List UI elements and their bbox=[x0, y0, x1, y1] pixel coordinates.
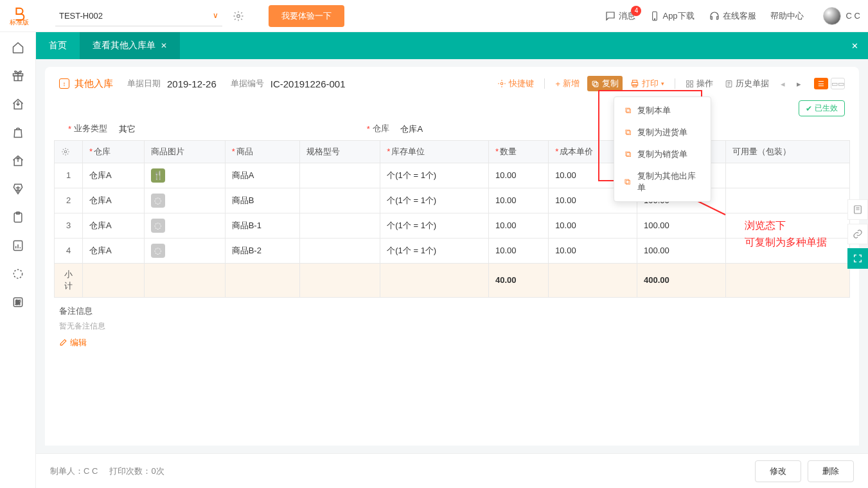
tool-link-icon[interactable] bbox=[847, 224, 868, 244]
user-menu[interactable]: C C bbox=[823, 7, 860, 25]
copy-dropdown: ⧉复制本单 ⧉复制为进货单 ⧉复制为销货单 ⧉复制为其他出库单 bbox=[614, 96, 711, 202]
tab-view-other-inbound[interactable]: 查看其他入库单 ✕ bbox=[80, 32, 180, 59]
home-icon[interactable] bbox=[12, 41, 24, 54]
dd-copy-sales[interactable]: ⧉复制为销货单 bbox=[614, 143, 711, 165]
history-button[interactable]: 历史单据 bbox=[721, 76, 773, 91]
org-name: TEST-H002 bbox=[59, 11, 103, 21]
gear-small-icon bbox=[497, 79, 506, 88]
close-tab-icon[interactable]: ✕ bbox=[161, 41, 167, 50]
dd-copy-other-out[interactable]: ⧉复制为其他出库单 bbox=[614, 165, 711, 199]
download-link[interactable]: App下载 bbox=[650, 10, 694, 22]
messages-badge: 4 bbox=[631, 6, 641, 16]
svg-point-22 bbox=[64, 150, 67, 153]
col-product: *商品 bbox=[225, 140, 299, 163]
grid-icon bbox=[686, 80, 694, 88]
svg-point-0 bbox=[237, 14, 240, 17]
table-row[interactable]: 4 仓库A ◌ 商品B-2 个(1个 = 1个) 10.00 10.00 100… bbox=[55, 238, 850, 263]
doc-icon: ⧉ bbox=[623, 128, 632, 137]
annotation-text: 浏览态下 可复制为多种单据 bbox=[745, 217, 827, 250]
phone-icon bbox=[650, 11, 660, 21]
headset-icon bbox=[709, 10, 720, 22]
add-button[interactable]: + 新增 bbox=[551, 76, 583, 91]
items-table: *仓库 商品图片 *商品 规格型号 *库存单位 *数量 *成本单价 *成本金额 … bbox=[54, 140, 850, 298]
tool-fullscreen-icon[interactable] bbox=[847, 248, 868, 269]
dd-copy-this[interactable]: ⧉复制本单 bbox=[614, 100, 711, 122]
gift-icon[interactable] bbox=[12, 69, 24, 82]
col-avail: 可用量（包装） bbox=[725, 140, 849, 163]
gear-column-icon[interactable] bbox=[55, 140, 83, 163]
print-count-label: 打印次数： bbox=[109, 465, 151, 477]
cycle-icon[interactable] bbox=[12, 267, 24, 280]
edit-icon bbox=[59, 338, 67, 347]
next-button[interactable]: ▸ bbox=[793, 77, 805, 91]
svg-text:新: 新 bbox=[15, 300, 21, 305]
money-icon[interactable] bbox=[12, 183, 24, 195]
history-icon bbox=[725, 80, 733, 88]
outbound-icon[interactable] bbox=[12, 154, 24, 167]
bag-icon[interactable] bbox=[12, 126, 24, 139]
close-panel-icon[interactable]: ✕ bbox=[841, 32, 868, 59]
svg-rect-17 bbox=[687, 80, 689, 83]
report-icon[interactable] bbox=[12, 239, 24, 252]
edit-remarks-button[interactable]: 编辑 bbox=[59, 337, 87, 348]
product-thumb: ◌ bbox=[151, 244, 165, 258]
svg-rect-18 bbox=[691, 80, 693, 83]
print-count: 0次 bbox=[151, 465, 164, 477]
print-icon bbox=[630, 79, 639, 88]
try-button[interactable]: 我要体验一下 bbox=[269, 5, 344, 27]
doc-date: 单据日期 2019-12-26 bbox=[127, 78, 217, 89]
service-link[interactable]: 在线客服 bbox=[709, 10, 756, 22]
shortcut-link[interactable]: 快捷键 bbox=[493, 76, 538, 91]
table-row[interactable]: 1 仓库A 🍴 商品A 个(1个 = 1个) 10.00 10.00 100.0… bbox=[55, 163, 850, 188]
clipboard-icon[interactable] bbox=[12, 211, 24, 224]
svg-rect-19 bbox=[687, 84, 689, 87]
plus-icon: + bbox=[555, 79, 560, 89]
svg-rect-20 bbox=[691, 84, 693, 87]
svg-point-11 bbox=[501, 82, 504, 85]
subtotal-row: 小计 40.00 400.00 bbox=[55, 263, 850, 297]
chat-icon bbox=[605, 10, 616, 22]
product-thumb: 🍴 bbox=[151, 168, 165, 183]
table-row[interactable]: 2 仓库A ◌ 商品B 个(1个 = 1个) 10.00 10.00 100.0… bbox=[55, 188, 850, 213]
doc-icon: ⧉ bbox=[623, 177, 632, 186]
product-thumb: ◌ bbox=[151, 219, 165, 233]
copy-icon bbox=[591, 80, 599, 88]
new-icon[interactable]: 新 bbox=[12, 296, 24, 309]
col-qty: *数量 bbox=[488, 140, 548, 163]
svg-rect-13 bbox=[592, 81, 597, 86]
tab-home[interactable]: 首页 bbox=[36, 32, 80, 59]
warehouse-field: *仓库 仓库A bbox=[367, 123, 423, 135]
product-thumb: ◌ bbox=[151, 194, 165, 208]
remarks-empty: 暂无备注信息 bbox=[59, 321, 845, 332]
org-selector[interactable]: TEST-H002 ∨ bbox=[55, 6, 222, 26]
inbound-icon[interactable] bbox=[12, 98, 24, 111]
svg-point-8 bbox=[13, 269, 22, 278]
maker-label: 制单人： bbox=[50, 465, 84, 477]
print-button[interactable]: 打印 ▾ bbox=[626, 76, 668, 91]
maker-name: C C bbox=[84, 466, 98, 476]
help-link[interactable]: 帮助中心 bbox=[770, 10, 804, 22]
col-image: 商品图片 bbox=[144, 140, 225, 163]
copy-button[interactable]: 复制 bbox=[587, 76, 623, 91]
dd-copy-purchase[interactable]: ⧉复制为进货单 bbox=[614, 122, 711, 143]
modify-button[interactable]: 修改 bbox=[755, 460, 801, 482]
avatar bbox=[823, 7, 841, 25]
ops-button[interactable]: 操作 bbox=[682, 76, 717, 91]
messages-link[interactable]: 消息 4 bbox=[605, 10, 635, 22]
view-card-toggle[interactable]: ▭▭ bbox=[831, 78, 845, 89]
check-icon: ✔ bbox=[806, 104, 812, 113]
inbound-small-icon: ↕ bbox=[59, 78, 69, 89]
tool-note-icon[interactable] bbox=[847, 199, 868, 220]
col-spec: 规格型号 bbox=[299, 140, 380, 163]
sidebar: 新 bbox=[0, 32, 36, 488]
gear-icon[interactable] bbox=[233, 10, 244, 22]
chevron-down-icon: ∨ bbox=[213, 11, 218, 20]
prev-button[interactable]: ◂ bbox=[777, 77, 789, 91]
table-row[interactable]: 3 仓库A ◌ 商品B-1 个(1个 = 1个) 10.00 10.00 100… bbox=[55, 213, 850, 238]
delete-button[interactable]: 删除 bbox=[808, 460, 854, 482]
view-list-toggle[interactable]: ☰ bbox=[814, 78, 828, 89]
remarks-title: 备注信息 bbox=[59, 305, 845, 317]
business-type: *业务类型 其它 bbox=[68, 123, 136, 135]
svg-rect-12 bbox=[594, 82, 598, 86]
copy-icon: ⧉ bbox=[623, 106, 632, 115]
